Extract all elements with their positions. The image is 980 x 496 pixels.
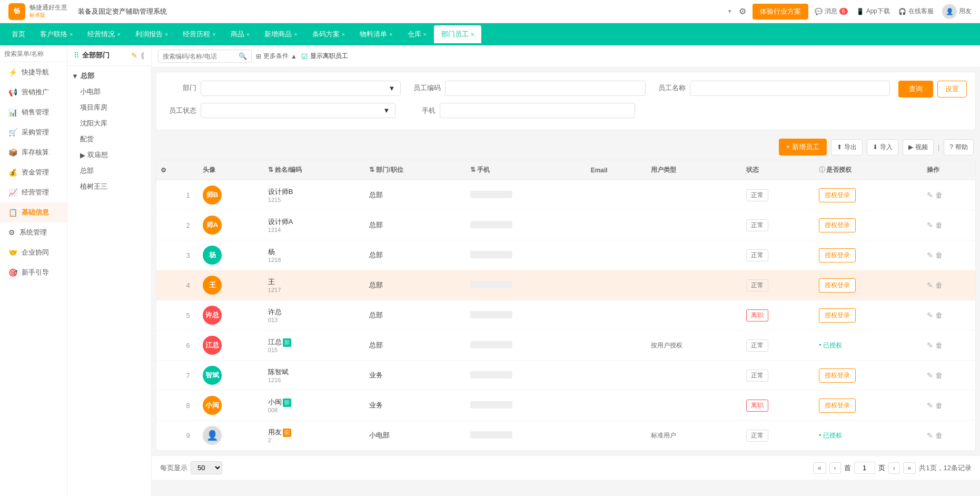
empname-input[interactable]: [690, 81, 890, 96]
edit-icon[interactable]: ✎: [927, 251, 933, 259]
message-action[interactable]: 💬 消息 6: [815, 7, 848, 16]
per-page-select[interactable]: 50 20 100: [191, 461, 222, 474]
th-name[interactable]: ⇅ 姓名/编码: [264, 160, 365, 180]
next-page-button[interactable]: ›: [888, 462, 900, 474]
edit-icon[interactable]: ✎: [927, 401, 933, 410]
close-icon[interactable]: ×: [294, 31, 297, 37]
th-dept[interactable]: ⇅ 部门/职位: [365, 160, 466, 180]
dept-item-xiaodibu[interactable]: 小电部: [67, 84, 151, 100]
edit-icon[interactable]: ✎: [927, 191, 933, 199]
search-icon[interactable]: 🔍: [239, 52, 247, 60]
dept-item-zongbu[interactable]: 总部: [67, 163, 151, 179]
sidebar-item-basic[interactable]: 📋 基础信息: [0, 202, 67, 222]
auth-button[interactable]: 授权登录: [819, 368, 856, 383]
dept-edit-icon[interactable]: ✎: [131, 51, 137, 60]
dept-item-xiangmukufang[interactable]: 项目库房: [67, 100, 151, 115]
close-icon[interactable]: ×: [423, 31, 427, 37]
dept-item-zhishu[interactable]: 植树王三: [67, 179, 151, 194]
col-settings[interactable]: ⚙: [156, 160, 177, 180]
online-service-action[interactable]: 🎧 在线客服: [898, 7, 934, 16]
sidebar-item-quicknav[interactable]: ⚡ 快捷导航: [0, 62, 67, 82]
dept-collapse-icon[interactable]: ⟪: [141, 51, 145, 60]
page-input[interactable]: [854, 462, 875, 474]
edit-icon[interactable]: ✎: [927, 281, 933, 289]
delete-icon[interactable]: 🗑: [935, 371, 943, 380]
close-icon[interactable]: ×: [246, 31, 250, 37]
delete-icon[interactable]: 🗑: [935, 281, 943, 289]
show-resigned-checkbox[interactable]: ☑ 显示离职员工: [301, 52, 348, 61]
first-page-button[interactable]: «: [813, 462, 826, 474]
phone-input[interactable]: [440, 103, 635, 118]
tab-customer[interactable]: 客户联络 ×: [33, 25, 80, 43]
close-icon[interactable]: ×: [212, 31, 215, 37]
status-select[interactable]: ▼: [201, 103, 395, 118]
close-icon[interactable]: ×: [165, 31, 168, 37]
tab-employees[interactable]: 部门员工 ×: [434, 25, 481, 43]
delete-icon[interactable]: 🗑: [935, 431, 943, 440]
auth-button[interactable]: 授权登录: [819, 278, 856, 293]
delete-icon[interactable]: 🗑: [935, 311, 943, 319]
dropdown-arrow[interactable]: ▼: [727, 8, 732, 14]
edit-icon[interactable]: ✎: [927, 371, 933, 380]
auth-button[interactable]: 授权登录: [819, 218, 856, 232]
export-button[interactable]: ⬆ 导出: [831, 139, 863, 155]
tab-warehouse[interactable]: 仓库 ×: [400, 25, 434, 43]
sidebar-item-marketing[interactable]: 📢 营销推广: [0, 82, 67, 102]
dept-item-shenyangdaku[interactable]: 沈阳大库: [67, 115, 151, 131]
dept-item-root[interactable]: ▼ 总部: [67, 68, 151, 84]
help-button[interactable]: ? 帮助: [944, 139, 974, 155]
sidebar-item-sales[interactable]: 📊 销售管理: [0, 102, 67, 122]
edit-icon[interactable]: ✎: [927, 311, 933, 319]
tab-profit[interactable]: 利润报告 ×: [128, 25, 175, 43]
close-icon[interactable]: ×: [342, 31, 345, 37]
trial-button[interactable]: 体验行业方案: [753, 4, 808, 20]
settings-icon[interactable]: ⚙: [739, 6, 746, 16]
tab-barcode[interactable]: 条码方案 ×: [305, 25, 352, 43]
app-download-action[interactable]: 📱 App下载: [856, 7, 890, 16]
sidebar-item-finance[interactable]: 💰 资金管理: [0, 162, 67, 182]
auth-button[interactable]: 授权登录: [819, 188, 856, 202]
edit-icon[interactable]: ✎: [927, 431, 933, 440]
edit-icon[interactable]: ✎: [927, 341, 933, 349]
last-page-button[interactable]: »: [903, 462, 916, 474]
sidebar-item-collab[interactable]: 🤝 企业协同: [0, 242, 67, 262]
tab-bom[interactable]: 物料清单 ×: [352, 25, 400, 43]
delete-icon[interactable]: 🗑: [935, 251, 943, 259]
tab-operation[interactable]: 经营情况 ×: [80, 25, 127, 43]
more-conditions-btn[interactable]: ⊞ 更多条件 ▲: [256, 52, 297, 61]
close-icon[interactable]: ×: [70, 31, 73, 37]
sidebar-search-input[interactable]: [4, 50, 67, 57]
empcode-input[interactable]: [445, 81, 645, 96]
employee-search-input[interactable]: [163, 53, 236, 60]
view-button[interactable]: ▶ 视频: [903, 139, 934, 155]
delete-icon[interactable]: 🗑: [935, 341, 943, 349]
dept-select[interactable]: ▼: [201, 81, 401, 96]
auth-button[interactable]: 授权登录: [819, 308, 856, 323]
sidebar-item-system[interactable]: ⚙ 系统管理: [0, 222, 67, 242]
add-employee-button[interactable]: + 新增员工: [779, 139, 827, 155]
tab-home[interactable]: 首页: [4, 25, 33, 43]
import-button[interactable]: ⬇ 导入: [867, 139, 898, 155]
tab-goods[interactable]: 商品 ×: [223, 25, 257, 43]
delete-icon[interactable]: 🗑: [935, 401, 943, 410]
delete-icon[interactable]: 🗑: [935, 221, 943, 229]
user-area[interactable]: 👤 用友: [942, 4, 972, 19]
th-phone[interactable]: ⇅ 手机: [466, 160, 587, 180]
tab-add-goods[interactable]: 新增商品 ×: [257, 25, 304, 43]
close-icon[interactable]: ×: [471, 31, 474, 37]
edit-icon[interactable]: ✎: [927, 221, 933, 229]
delete-icon[interactable]: 🗑: [935, 191, 943, 199]
sidebar-item-biz[interactable]: 📈 经营管理: [0, 182, 67, 202]
filter-settings-button[interactable]: 设置: [937, 81, 967, 98]
settings-icon[interactable]: ⚙: [161, 167, 166, 174]
prev-page-button[interactable]: ‹: [829, 462, 841, 474]
dept-item-peihuo[interactable]: 配货: [67, 131, 151, 147]
sidebar-item-purchase[interactable]: 🛒 采购管理: [0, 122, 67, 142]
close-icon[interactable]: ×: [117, 31, 120, 37]
sidebar-item-inventory[interactable]: 📦 库存核算: [0, 142, 67, 162]
close-icon[interactable]: ×: [389, 31, 392, 37]
query-button[interactable]: 查询: [898, 81, 933, 98]
sidebar-item-guide[interactable]: 🎯 新手引导: [0, 262, 67, 283]
auth-button[interactable]: 授权登录: [819, 248, 856, 262]
auth-button[interactable]: 授权登录: [819, 398, 856, 413]
